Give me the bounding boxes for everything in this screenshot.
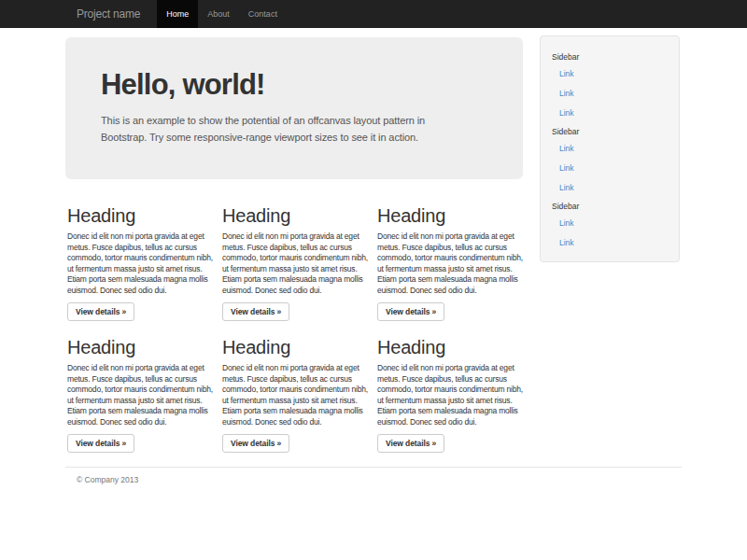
view-details-button[interactable]: View details » bbox=[67, 434, 134, 453]
card-heading: Heading bbox=[67, 205, 215, 226]
card: Heading Donec id elit non mi porta gravi… bbox=[377, 337, 525, 453]
card-heading: Heading bbox=[67, 337, 215, 357]
sidebar-link[interactable]: Link bbox=[541, 138, 679, 158]
copyright-text: © Company 2013 bbox=[65, 475, 682, 484]
sidebar-panel: Sidebar Link Link Link Sidebar Link Link… bbox=[540, 35, 680, 262]
card: Heading Donec id elit non mi porta gravi… bbox=[67, 205, 215, 321]
card-row-2: Heading Donec id elit non mi porta gravi… bbox=[65, 337, 523, 453]
card: Heading Donec id elit non mi porta gravi… bbox=[377, 205, 525, 321]
card-heading: Heading bbox=[377, 205, 525, 226]
navbar-menu: Home About Contact bbox=[157, 0, 287, 28]
sidebar-section-title: Sidebar bbox=[541, 48, 679, 63]
content-column: Hello, world! This is an example to show… bbox=[65, 28, 523, 453]
sidebar-link[interactable]: Link bbox=[541, 177, 679, 197]
jumbotron: Hello, world! This is an example to show… bbox=[65, 37, 523, 179]
card: Heading Donec id elit non mi porta gravi… bbox=[67, 337, 215, 453]
hero-title: Hello, world! bbox=[101, 69, 487, 101]
view-details-button[interactable]: View details » bbox=[377, 302, 444, 321]
card-row-1: Heading Donec id elit non mi porta gravi… bbox=[65, 205, 523, 321]
page-container: Hello, world! This is an example to show… bbox=[65, 28, 682, 484]
card-body: Donec id elit non mi porta gravida at eg… bbox=[377, 231, 525, 296]
sidebar-link[interactable]: Link bbox=[541, 158, 679, 177]
view-details-button[interactable]: View details » bbox=[222, 434, 289, 453]
nav-item-about[interactable]: About bbox=[198, 0, 239, 28]
card-body: Donec id elit non mi porta gravida at eg… bbox=[67, 363, 215, 427]
card-body: Donec id elit non mi porta gravida at eg… bbox=[222, 363, 370, 427]
card: Heading Donec id elit non mi porta gravi… bbox=[222, 205, 370, 321]
nav-item-contact[interactable]: Contact bbox=[239, 0, 287, 28]
hero-subtitle: This is an example to show the potential… bbox=[101, 113, 472, 146]
sidebar-link[interactable]: Link bbox=[541, 83, 679, 103]
nav-item-home[interactable]: Home bbox=[157, 0, 198, 28]
main-row: Hello, world! This is an example to show… bbox=[65, 28, 682, 453]
brand-link[interactable]: Project name bbox=[65, 0, 151, 28]
card-heading: Heading bbox=[222, 337, 370, 357]
card-body: Donec id elit non mi porta gravida at eg… bbox=[377, 363, 525, 427]
navbar-inner: Project name Home About Contact bbox=[65, 0, 682, 28]
sidebar-link[interactable]: Link bbox=[541, 103, 679, 122]
view-details-button[interactable]: View details » bbox=[67, 302, 134, 321]
footer: © Company 2013 bbox=[65, 467, 682, 484]
card-body: Donec id elit non mi porta gravida at eg… bbox=[222, 231, 370, 296]
card: Heading Donec id elit non mi porta gravi… bbox=[222, 337, 370, 453]
footer-divider bbox=[65, 467, 682, 468]
sidebar-link[interactable]: Link bbox=[541, 63, 679, 83]
card-heading: Heading bbox=[377, 337, 525, 357]
sidebar-section-title: Sidebar bbox=[541, 197, 679, 213]
card-body: Donec id elit non mi porta gravida at eg… bbox=[67, 231, 215, 296]
sidebar-link[interactable]: Link bbox=[541, 213, 679, 232]
view-details-button[interactable]: View details » bbox=[377, 434, 444, 453]
view-details-button[interactable]: View details » bbox=[222, 302, 289, 321]
sidebar-section-title: Sidebar bbox=[541, 122, 679, 138]
card-heading: Heading bbox=[222, 205, 370, 226]
navbar: Project name Home About Contact bbox=[0, 0, 747, 28]
sidebar-link[interactable]: Link bbox=[541, 232, 679, 252]
